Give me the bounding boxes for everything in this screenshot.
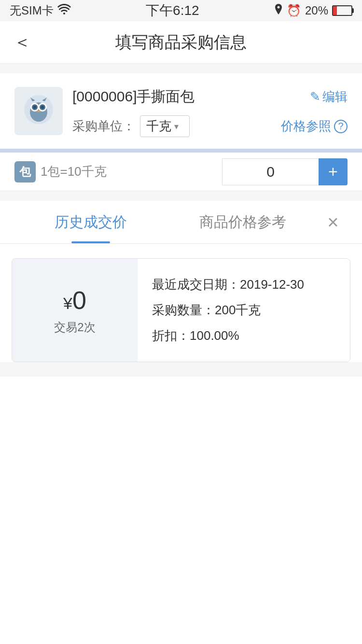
bottom-panel: 历史成交价 商品价格参考 × ¥0 交易2次 最近成交日期：2019-12-30… — [0, 201, 362, 362]
battery-percent: 20% — [305, 4, 328, 17]
history-price-section: ¥0 交易2次 — [12, 259, 138, 362]
progress-divider — [0, 149, 362, 153]
product-card: [0000006]手撕面包 ✎ 编辑 采购单位： 千克 ▾ 价格参照 ? — [0, 73, 362, 149]
product-id: [0000006] — [72, 88, 137, 104]
close-icon: × — [327, 211, 338, 233]
tab-price-ref-label: 商品价格参考 — [199, 212, 286, 232]
battery-indicator — [332, 5, 352, 16]
location-icon — [274, 4, 283, 17]
nav-header: ＜ 填写商品采购信息 — [0, 21, 362, 64]
recent-date-row: 最近成交日期：2019-12-30 — [152, 276, 335, 293]
unit-hint-text: 1包=10千克 — [41, 163, 107, 180]
tab-product-price-ref[interactable]: 商品价格参考 — [167, 201, 319, 243]
edit-button[interactable]: ✎ 编辑 — [310, 88, 348, 105]
unit-select-dropdown[interactable]: 千克 ▾ — [140, 115, 190, 137]
purchase-quantity-value: 200千克 — [215, 303, 261, 317]
product-info: [0000006]手撕面包 ✎ 编辑 采购单位： 千克 ▾ 价格参照 ? — [72, 87, 348, 137]
discount-value: 100.00% — [190, 328, 239, 343]
quantity-row: 包 1包=10千克 0 + — [0, 153, 362, 191]
status-right: ⏰ 20% — [274, 4, 352, 17]
info-icon: ? — [334, 120, 348, 133]
alarm-icon: ⏰ — [287, 4, 301, 17]
carrier-text: 无SIM卡 — [10, 3, 54, 18]
page-title: 填写商品采购信息 — [115, 31, 247, 54]
time-display: 下午6:12 — [146, 1, 199, 20]
edit-icon: ✎ — [310, 89, 320, 104]
empty-content-area — [0, 377, 362, 644]
quantity-plus-button[interactable]: + — [319, 158, 348, 185]
price-amount: 0 — [72, 286, 86, 314]
svg-point-6 — [33, 106, 36, 109]
unit-left: 采购单位： 千克 ▾ — [72, 115, 190, 137]
unit-label: 采购单位： — [72, 118, 135, 135]
quantity-value: 0 — [266, 164, 275, 180]
tab-history-price[interactable]: 历史成交价 — [14, 201, 167, 243]
recent-date-label: 最近成交日期： — [152, 277, 240, 292]
tab-history-label: 历史成交价 — [55, 212, 127, 232]
unit-row: 采购单位： 千克 ▾ 价格参照 ? — [72, 115, 348, 137]
edit-label: 编辑 — [322, 88, 348, 105]
product-name: [0000006]手撕面包 — [72, 87, 195, 107]
product-header-row: [0000006]手撕面包 ✎ 编辑 — [72, 87, 348, 107]
tab-active-indicator — [71, 241, 110, 243]
wifi-icon — [57, 4, 71, 17]
trade-count: 交易2次 — [54, 320, 95, 335]
plus-icon: + — [328, 162, 338, 181]
close-button[interactable]: × — [319, 208, 348, 237]
history-details-section: 最近成交日期：2019-12-30 采购数量：200千克 折扣：100.00% — [138, 259, 350, 362]
status-bar: 无SIM卡 下午6:12 ⏰ 20% — [0, 0, 362, 21]
product-title: 手撕面包 — [137, 88, 195, 104]
price-reference-button[interactable]: 价格参照 ? — [281, 118, 348, 135]
history-card: ¥0 交易2次 最近成交日期：2019-12-30 采购数量：200千克 折扣：… — [12, 258, 350, 362]
currency-symbol: ¥ — [63, 294, 72, 312]
discount-label: 折扣： — [152, 328, 190, 343]
svg-point-7 — [41, 106, 44, 109]
chevron-down-icon: ▾ — [174, 121, 179, 132]
discount-row: 折扣：100.00% — [152, 327, 335, 344]
purchase-quantity-label: 采购数量： — [152, 303, 215, 317]
unit-value: 千克 — [146, 118, 171, 135]
price-ref-label: 价格参照 — [281, 118, 331, 135]
unit-badge: 包 — [14, 161, 36, 182]
tabs-row: 历史成交价 商品价格参考 × — [0, 201, 362, 244]
quantity-control: 0 + — [222, 158, 348, 185]
status-left: 无SIM卡 — [10, 3, 71, 18]
product-logo-icon — [22, 93, 56, 130]
recent-date-value: 2019-12-30 — [240, 277, 304, 292]
quantity-input[interactable]: 0 — [222, 158, 319, 185]
purchase-quantity-row: 采购数量：200千克 — [152, 302, 335, 319]
product-image — [14, 87, 63, 135]
unit-hint: 包 1包=10千克 — [14, 161, 107, 182]
history-price-display: ¥0 — [63, 286, 86, 315]
back-button[interactable]: ＜ — [14, 30, 31, 54]
